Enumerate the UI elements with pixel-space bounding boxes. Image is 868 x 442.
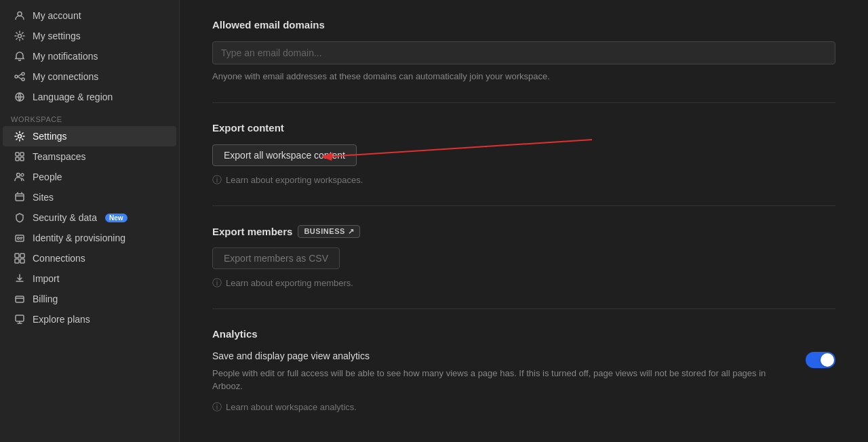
export-workspace-label: Export all workspace content (224, 150, 345, 161)
analytics-help[interactable]: ⓘ Learn about workspace analytics. (212, 401, 835, 414)
sidebar-item-language-region[interactable]: Language & region (3, 87, 176, 107)
svg-rect-21 (16, 315, 24, 321)
billing-icon (14, 293, 26, 305)
export-csv-button[interactable]: Export members as CSV (212, 247, 340, 269)
import-icon (14, 273, 26, 285)
sidebar-label-explore-plans: Explore plans (33, 314, 90, 325)
sidebar-item-teamspaces[interactable]: Teamspaces (3, 146, 176, 167)
sidebar-item-connections[interactable]: Connections (3, 248, 176, 268)
svg-point-4 (22, 78, 24, 81)
workspace-section-label: Workspace (0, 107, 179, 126)
security-badge: New (105, 214, 127, 222)
export-csv-label: Export members as CSV (224, 253, 328, 264)
analytics-toggle[interactable] (806, 352, 835, 368)
analytics-description: People with edit or full access will be … (212, 367, 778, 393)
svg-point-11 (17, 174, 20, 177)
svg-rect-8 (20, 153, 24, 156)
sidebar-label-import: Import (33, 273, 60, 284)
sidebar-item-import[interactable]: Import (3, 268, 176, 289)
export-content-help-text: Learn about exporting workspaces. (226, 175, 363, 185)
analytics-subtitle: Save and display page view analytics (212, 350, 778, 361)
export-workspace-button[interactable]: Export all workspace content (212, 144, 357, 166)
sidebar-label-identity-provisioning: Identity & provisioning (33, 233, 125, 243)
sidebar: My account My settings My notifications (0, 0, 180, 442)
main-content: Allowed email domains Anyone with email … (180, 0, 868, 442)
settings-icon (14, 30, 26, 42)
help-circle-icon3: ⓘ (212, 401, 222, 414)
export-members-title: Export members (212, 226, 292, 237)
sidebar-label-sites: Sites (33, 192, 54, 203)
teamspaces-icon (14, 150, 26, 163)
export-members-header: Export members BUSINESS ↗ (212, 225, 835, 238)
analytics-help-text: Learn about workspace analytics. (226, 402, 357, 412)
svg-point-0 (18, 12, 22, 16)
sidebar-item-my-account[interactable]: My account (3, 5, 176, 26)
sidebar-item-settings[interactable]: Settings (3, 126, 176, 146)
sidebar-label-security-data: Security & data (33, 212, 97, 223)
sidebar-item-people[interactable]: People (3, 167, 176, 187)
sidebar-label-settings: Settings (33, 131, 67, 142)
svg-rect-13 (16, 194, 24, 201)
help-circle-icon: ⓘ (212, 174, 222, 186)
help-circle-icon2: ⓘ (212, 277, 222, 289)
security-icon (14, 212, 26, 224)
export-content-help[interactable]: ⓘ Learn about exporting workspaces. (212, 174, 835, 186)
svg-rect-20 (16, 296, 24, 302)
sidebar-label-my-connections: My connections (33, 71, 98, 82)
allowed-email-section: Allowed email domains Anyone with email … (212, 0, 835, 103)
sidebar-label-people: People (33, 172, 62, 182)
settings-workspace-icon (14, 130, 26, 142)
sidebar-label-connections: Connections (33, 253, 85, 264)
sidebar-item-my-settings[interactable]: My settings (3, 26, 176, 46)
connections-icon (14, 71, 26, 83)
business-badge: BUSINESS ↗ (298, 225, 360, 238)
sidebar-item-billing[interactable]: Billing (3, 289, 176, 309)
svg-line-22 (328, 140, 592, 157)
svg-point-1 (18, 35, 22, 38)
svg-rect-9 (16, 157, 19, 161)
export-content-section: Export content Export all workspace cont… (212, 103, 835, 206)
identity-icon (14, 232, 26, 244)
svg-point-15 (18, 237, 20, 239)
svg-rect-17 (20, 254, 24, 258)
allowed-email-title: Allowed email domains (212, 19, 835, 31)
analytics-text: Save and display page view analytics Peo… (212, 350, 778, 393)
svg-rect-7 (16, 153, 19, 156)
svg-rect-10 (20, 157, 24, 161)
sidebar-item-my-connections[interactable]: My connections (3, 66, 176, 87)
svg-point-12 (21, 174, 24, 176)
svg-point-6 (18, 135, 22, 138)
sidebar-item-my-notifications[interactable]: My notifications (3, 46, 176, 66)
sites-icon (14, 191, 26, 203)
svg-rect-18 (15, 259, 19, 263)
sidebar-item-sites[interactable]: Sites (3, 187, 176, 207)
analytics-title: Analytics (212, 328, 835, 340)
sidebar-item-explore-plans[interactable]: Explore plans (3, 309, 176, 329)
explore-icon (14, 313, 26, 325)
allowed-email-description: Anyone with email addresses at these dom… (212, 70, 835, 83)
toggle-thumb (821, 353, 834, 367)
people-icon (14, 171, 26, 183)
export-members-section: Export members BUSINESS ↗ Export members… (212, 206, 835, 309)
sidebar-label-billing: Billing (33, 294, 58, 304)
email-domain-input[interactable] (212, 41, 835, 64)
notifications-icon (14, 50, 26, 62)
svg-point-2 (15, 75, 18, 78)
analytics-row: Save and display page view analytics Peo… (212, 350, 835, 393)
toggle-track[interactable] (806, 352, 835, 368)
sidebar-label-my-account: My account (33, 10, 81, 21)
svg-rect-16 (15, 254, 19, 258)
export-members-help-text: Learn about exporting members. (226, 278, 353, 288)
account-icon (14, 9, 26, 22)
sidebar-label-my-notifications: My notifications (33, 51, 98, 62)
language-icon (14, 91, 26, 103)
sidebar-item-security-data[interactable]: Security & data New (3, 207, 176, 228)
sidebar-item-identity-provisioning[interactable]: Identity & provisioning (3, 228, 176, 248)
analytics-section: Analytics Save and display page view ana… (212, 309, 835, 433)
sidebar-label-my-settings: My settings (33, 31, 81, 41)
svg-rect-19 (20, 259, 24, 263)
svg-point-3 (22, 73, 24, 75)
sidebar-label-teamspaces: Teamspaces (33, 151, 86, 162)
connections2-icon (14, 252, 26, 264)
export-members-help[interactable]: ⓘ Learn about exporting members. (212, 277, 835, 289)
